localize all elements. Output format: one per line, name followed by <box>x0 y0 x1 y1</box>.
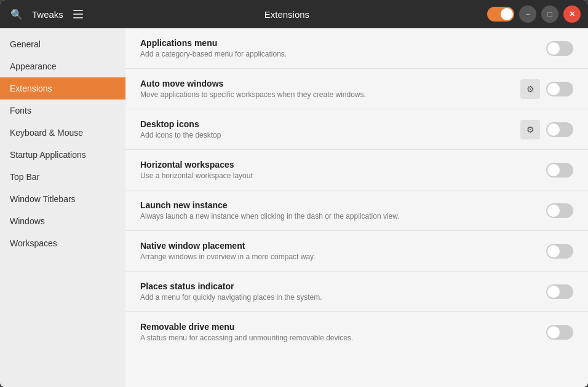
ext-desc-desktop-icons: Add icons to the desktop <box>140 131 520 139</box>
main-window: 🔍 Tweaks Extensions − □ ✕ GeneralAppeara… <box>0 0 588 387</box>
titlebar: 🔍 Tweaks Extensions − □ ✕ <box>0 0 588 28</box>
ext-row-launch-new-instance: Launch new instanceAlways launch a new i… <box>125 190 588 231</box>
ext-desc-native-window-placement: Arrange windows in overview in a more co… <box>140 252 546 261</box>
sidebar-item-startup-applications[interactable]: Startup Applications <box>0 144 125 166</box>
sidebar-item-extensions[interactable]: Extensions <box>0 77 125 100</box>
hamburger-line-2 <box>73 14 83 15</box>
sidebar-item-window-titlebars[interactable]: Window Titlebars <box>0 188 125 210</box>
ext-info-applications-menu: Applications menuAdd a category-based me… <box>140 38 546 58</box>
ext-actions-launch-new-instance <box>546 203 573 218</box>
sidebar: GeneralAppearanceExtensionsFontsKeyboard… <box>0 28 125 387</box>
ext-row-native-window-placement: Native window placementArrange windows i… <box>125 231 588 272</box>
titlebar-left: 🔍 Tweaks <box>7 5 87 23</box>
search-icon: 🔍 <box>10 9 23 20</box>
ext-actions-applications-menu <box>546 41 573 56</box>
ext-actions-auto-move-windows: ⚙ <box>520 79 573 99</box>
ext-toggle-removable-drive-menu[interactable] <box>546 325 573 340</box>
ext-desc-removable-drive-menu: A status menu for accessing and unmounti… <box>140 334 546 342</box>
ext-info-desktop-icons: Desktop iconsAdd icons to the desktop <box>140 119 520 139</box>
ext-title-places-status-indicator: Places status indicator <box>140 281 546 291</box>
ext-row-removable-drive-menu: Removable drive menuA status menu for ac… <box>125 312 588 352</box>
ext-toggle-native-window-placement[interactable] <box>546 244 573 259</box>
maximize-button[interactable]: □ <box>541 6 558 23</box>
sidebar-item-keyboard-mouse[interactable]: Keyboard & Mouse <box>0 122 125 144</box>
sidebar-item-workspaces[interactable]: Workspaces <box>0 232 125 254</box>
ext-toggle-launch-new-instance[interactable] <box>546 203 573 218</box>
ext-info-launch-new-instance: Launch new instanceAlways launch a new i… <box>140 200 546 221</box>
ext-desc-launch-new-instance: Always launch a new instance when clicki… <box>140 212 546 221</box>
ext-info-auto-move-windows: Auto move windowsMove applications to sp… <box>140 79 520 99</box>
ext-title-horizontal-workspaces: Horizontal workspaces <box>140 160 546 170</box>
ext-actions-horizontal-workspaces <box>546 163 573 178</box>
sidebar-item-windows[interactable]: Windows <box>0 210 125 232</box>
hamburger-line-3 <box>73 17 83 18</box>
ext-info-native-window-placement: Native window placementArrange windows i… <box>140 241 546 261</box>
content-area: GeneralAppearanceExtensionsFontsKeyboard… <box>0 28 588 387</box>
sidebar-item-appearance[interactable]: Appearance <box>0 55 125 77</box>
ext-info-removable-drive-menu: Removable drive menuA status menu for ac… <box>140 322 546 342</box>
sidebar-item-top-bar[interactable]: Top Bar <box>0 166 125 188</box>
ext-info-places-status-indicator: Places status indicatorAdd a menu for qu… <box>140 281 546 302</box>
sidebar-item-general[interactable]: General <box>0 33 125 55</box>
minimize-button[interactable]: − <box>519 6 536 23</box>
ext-desc-auto-move-windows: Move applications to specific workspaces… <box>140 90 520 99</box>
main-panel: Applications menuAdd a category-based me… <box>125 28 588 387</box>
titlebar-center: Extensions <box>87 9 487 20</box>
ext-row-applications-menu: Applications menuAdd a category-based me… <box>125 28 588 69</box>
ext-title-applications-menu: Applications menu <box>140 38 546 48</box>
ext-row-auto-move-windows: Auto move windowsMove applications to sp… <box>125 69 588 109</box>
ext-actions-native-window-placement <box>546 244 573 259</box>
search-button[interactable]: 🔍 <box>7 5 26 23</box>
app-title: Tweaks <box>32 9 63 20</box>
ext-toggle-horizontal-workspaces[interactable] <box>546 163 573 178</box>
hamburger-line-1 <box>73 10 83 11</box>
ext-actions-places-status-indicator <box>546 284 573 299</box>
ext-row-horizontal-workspaces: Horizontal workspacesUse a horizontal wo… <box>125 150 588 190</box>
ext-row-places-status-indicator: Places status indicatorAdd a menu for qu… <box>125 272 588 312</box>
titlebar-right: − □ ✕ <box>487 6 581 23</box>
ext-info-horizontal-workspaces: Horizontal workspacesUse a horizontal wo… <box>140 160 546 180</box>
ext-title-native-window-placement: Native window placement <box>140 241 546 251</box>
ext-actions-desktop-icons: ⚙ <box>520 120 573 139</box>
sidebar-item-fonts[interactable]: Fonts <box>0 100 125 122</box>
ext-desc-applications-menu: Add a category-based menu for applicatio… <box>140 50 546 58</box>
close-button[interactable]: ✕ <box>563 6 581 23</box>
ext-title-launch-new-instance: Launch new instance <box>140 200 546 210</box>
ext-title-auto-move-windows: Auto move windows <box>140 79 520 88</box>
ext-toggle-desktop-icons[interactable] <box>546 122 573 137</box>
ext-desc-places-status-indicator: Add a menu for quickly navigating places… <box>140 293 546 302</box>
ext-toggle-auto-move-windows[interactable] <box>546 82 573 96</box>
ext-toggle-places-status-indicator[interactable] <box>546 284 573 299</box>
page-title: Extensions <box>264 9 309 20</box>
titlebar-toggle[interactable] <box>487 7 514 22</box>
ext-gear-desktop-icons[interactable]: ⚙ <box>520 120 540 139</box>
ext-title-removable-drive-menu: Removable drive menu <box>140 322 546 332</box>
ext-toggle-applications-menu[interactable] <box>546 41 573 56</box>
ext-row-desktop-icons: Desktop iconsAdd icons to the desktop⚙ <box>125 109 588 150</box>
ext-gear-auto-move-windows[interactable]: ⚙ <box>520 79 540 99</box>
ext-actions-removable-drive-menu <box>546 325 573 340</box>
ext-title-desktop-icons: Desktop icons <box>140 119 520 129</box>
ext-desc-horizontal-workspaces: Use a horizontal workspace layout <box>140 171 546 180</box>
hamburger-button[interactable] <box>70 6 87 23</box>
